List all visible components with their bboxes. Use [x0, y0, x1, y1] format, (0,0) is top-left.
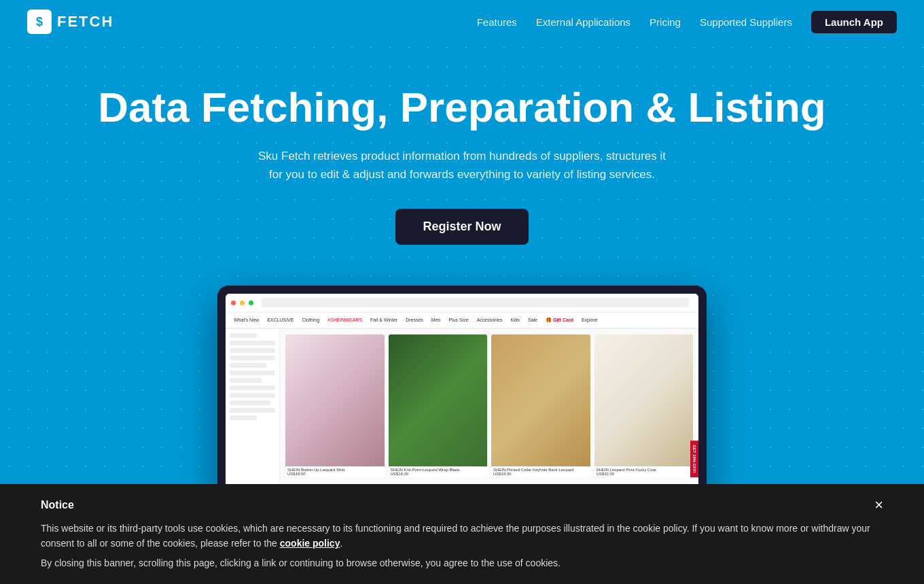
cookie-policy-link[interactable]: cookie policy — [280, 538, 340, 549]
promo-banner: GET 15% OFF! — [690, 441, 698, 477]
launch-app-button[interactable]: Launch App — [811, 11, 897, 33]
cookie-close-button[interactable]: × — [874, 498, 883, 513]
nav-features[interactable]: Features — [477, 16, 517, 28]
cookie-text-line1: This website or its third-party tools us… — [41, 521, 883, 551]
logo-icon: $ — [27, 10, 52, 34]
brand-name: FETCH — [57, 13, 113, 31]
register-now-button[interactable]: Register Now — [395, 209, 528, 245]
nav-supported-suppliers[interactable]: Supported Suppliers — [700, 16, 792, 28]
cookie-header: Notice × — [41, 498, 883, 513]
cookie-text-line2: By closing this banner, scrolling this p… — [41, 555, 883, 570]
nav-pricing[interactable]: Pricing — [650, 16, 681, 28]
hero-subtitle: Sku Fetch retrieves product information … — [251, 147, 673, 184]
logo[interactable]: $ FETCH — [27, 10, 113, 34]
hero-content: Data Fetching, Preparation & Listing Sku… — [84, 44, 839, 272]
nav-external-applications[interactable]: External Applications — [536, 16, 630, 28]
cookie-banner: Notice × This website or its third-party… — [0, 484, 924, 584]
nav-links: Features External Applications Pricing S… — [477, 11, 897, 33]
hero-title: Data Fetching, Preparation & Listing — [98, 84, 825, 131]
cookie-title: Notice — [41, 499, 74, 511]
cookie-body: This website or its third-party tools us… — [41, 521, 883, 570]
navbar: $ FETCH Features External Applications P… — [0, 0, 924, 44]
